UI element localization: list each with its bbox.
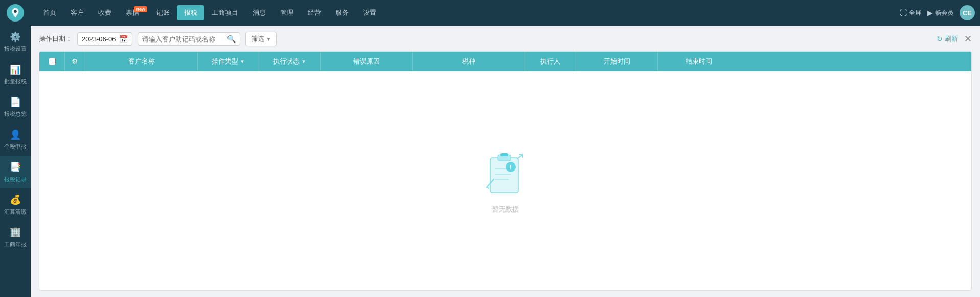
nav-fuwu[interactable]: 服务 bbox=[328, 5, 356, 20]
video-icon: ▶ bbox=[927, 9, 933, 17]
close-button[interactable]: ✕ bbox=[964, 34, 972, 44]
sidebar-item-baoshuishezhi[interactable]: ⚙️ 报税设置 bbox=[0, 26, 31, 58]
refresh-icon: ↻ bbox=[937, 35, 943, 43]
settings-icon: ⚙ bbox=[72, 57, 78, 66]
nav-jingying[interactable]: 经营 bbox=[301, 5, 328, 20]
huisuanqingsuan-icon: 💰 bbox=[10, 194, 21, 206]
empty-text: 暂无数据 bbox=[492, 205, 519, 214]
th-operation-type[interactable]: 操作类型 ▼ bbox=[198, 52, 259, 71]
filter-label: 筛选 bbox=[251, 34, 264, 44]
th-end-time: 结束时间 bbox=[658, 52, 740, 71]
search-input[interactable] bbox=[142, 35, 224, 43]
calendar-icon: 📅 bbox=[119, 35, 128, 43]
chevron-down-icon: ▼ bbox=[266, 36, 271, 42]
sidebar-label-baoshujilu: 报税记录 bbox=[4, 176, 27, 183]
th-checkbox[interactable] bbox=[39, 52, 65, 71]
th-executor: 执行人 bbox=[525, 52, 576, 71]
search-icon: 🔍 bbox=[227, 35, 236, 43]
app-logo bbox=[7, 4, 24, 22]
nav-gongshangxiangmu[interactable]: 工商项目 bbox=[204, 5, 245, 20]
th-exec-status[interactable]: 执行状态 ▼ bbox=[259, 52, 321, 71]
sidebar-label-baoshuishezhi: 报税设置 bbox=[4, 45, 27, 53]
th-customer-name: 客户名称 bbox=[85, 52, 198, 71]
sidebar-item-huisuanqingsuan[interactable]: 💰 汇算清缴 bbox=[0, 188, 31, 221]
nav-guanli[interactable]: 管理 bbox=[273, 5, 301, 20]
th-settings[interactable]: ⚙ bbox=[65, 52, 85, 71]
sidebar-label-baoshuizonglan: 报税总览 bbox=[4, 110, 27, 118]
top-nav: 首页 客户 收费 票据 new 记账 报税 工商项目 消息 bbox=[31, 0, 980, 26]
sidebar-label-geshuishenbao: 个税申报 bbox=[4, 143, 27, 151]
exec-status-filter-icon: ▼ bbox=[301, 59, 306, 65]
fullscreen-button[interactable]: ⛶ 全屏 bbox=[900, 9, 921, 17]
operation-type-filter-icon: ▼ bbox=[240, 59, 245, 65]
date-input[interactable]: 2023-06-06 📅 bbox=[77, 32, 132, 46]
nav-piaoju[interactable]: 票据 new bbox=[119, 5, 149, 20]
piliangbaoshui-icon: 📊 bbox=[10, 63, 21, 76]
nav-customer[interactable]: 客户 bbox=[63, 5, 91, 20]
toolbar-right: ↻ 刷新 ✕ bbox=[937, 34, 972, 44]
empty-illustration: ! bbox=[483, 147, 529, 199]
logo-area bbox=[0, 0, 31, 26]
svg-point-0 bbox=[14, 10, 17, 13]
nav-shoufei[interactable]: 收费 bbox=[91, 5, 119, 20]
nav-xiaoxi[interactable]: 消息 bbox=[245, 5, 273, 20]
fullscreen-icon: ⛶ bbox=[900, 9, 907, 17]
nav-baoshui[interactable]: 报税 bbox=[177, 5, 204, 20]
empty-state: ! 暂无数据 bbox=[483, 147, 529, 214]
svg-line-11 bbox=[517, 155, 522, 159]
baoshujilu-icon: 📑 bbox=[10, 161, 21, 174]
select-all-checkbox[interactable] bbox=[49, 58, 56, 65]
nav-shezhi[interactable]: 设置 bbox=[356, 5, 383, 20]
baoshuishezhi-icon: ⚙️ bbox=[10, 31, 21, 44]
th-start-time: 开始时间 bbox=[576, 52, 658, 71]
nav-items: 首页 客户 收费 票据 new 记账 报税 工商项目 消息 bbox=[36, 5, 900, 20]
filter-button[interactable]: 筛选 ▼ bbox=[245, 32, 277, 46]
table-container: ⚙ 客户名称 操作类型 ▼ 执行状态 ▼ 错误原因 税种 bbox=[39, 51, 972, 291]
nav-home[interactable]: 首页 bbox=[36, 5, 63, 20]
svg-line-10 bbox=[487, 187, 489, 188]
table-body: ! 暂无数据 bbox=[39, 71, 971, 290]
sidebar-item-baoshujilu[interactable]: 📑 报税记录 bbox=[0, 156, 31, 188]
user-avatar[interactable]: CE bbox=[960, 5, 975, 20]
baoshuizonglan-icon: 📄 bbox=[10, 96, 21, 109]
svg-rect-3 bbox=[500, 153, 508, 156]
content-area: 操作日期： 2023-06-06 📅 🔍 筛选 ▼ ↻ 刷新 ✕ bbox=[31, 26, 980, 297]
member-button[interactable]: ▶ 畅会员 bbox=[927, 9, 953, 17]
geshuishenbao-icon: 👤 bbox=[10, 129, 21, 141]
sidebar-label-huisuanqingsuan: 汇算清缴 bbox=[4, 208, 27, 216]
sidebar-label-gongshangnianb: 工商年报 bbox=[4, 241, 27, 248]
refresh-button[interactable]: ↻ 刷新 bbox=[937, 34, 958, 44]
sidebar-label-piliangbaoshui: 批量报税 bbox=[4, 78, 27, 86]
search-input-wrap[interactable]: 🔍 bbox=[138, 32, 240, 46]
main-area: 首页 客户 收费 票据 new 记账 报税 工商项目 消息 bbox=[31, 0, 980, 297]
svg-rect-1 bbox=[490, 158, 518, 193]
nav-right: ⛶ 全屏 ▶ 畅会员 CE bbox=[900, 5, 975, 20]
gongshangnianb-icon: 🏢 bbox=[10, 226, 21, 239]
svg-text:!: ! bbox=[509, 163, 511, 171]
date-value: 2023-06-06 bbox=[82, 35, 116, 43]
sidebar-item-baoshuizonglan[interactable]: 📄 报税总览 bbox=[0, 91, 31, 123]
toolbar: 操作日期： 2023-06-06 📅 🔍 筛选 ▼ ↻ 刷新 ✕ bbox=[39, 32, 972, 46]
th-tax-type: 税种 bbox=[413, 52, 525, 71]
nav-jizhang[interactable]: 记账 bbox=[149, 5, 177, 20]
piaoju-badge: new bbox=[134, 6, 147, 12]
date-label: 操作日期： bbox=[39, 34, 72, 44]
sidebar: ⚙️ 报税设置 📊 批量报税 📄 报税总览 👤 个税申报 📑 报税记录 💰 汇算… bbox=[0, 0, 31, 297]
table-header: ⚙ 客户名称 操作类型 ▼ 执行状态 ▼ 错误原因 税种 bbox=[39, 52, 971, 71]
sidebar-item-geshuishenbao[interactable]: 👤 个税申报 bbox=[0, 123, 31, 156]
sidebar-item-piliangbaoshui[interactable]: 📊 批量报税 bbox=[0, 58, 31, 91]
th-error-reason: 错误原因 bbox=[321, 52, 413, 71]
sidebar-item-gongshangnianb[interactable]: 🏢 工商年报 bbox=[0, 221, 31, 253]
